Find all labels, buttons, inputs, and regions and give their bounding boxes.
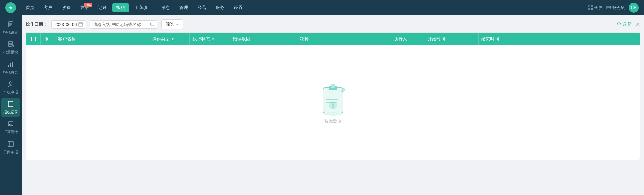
svg-point-38 [45, 38, 47, 40]
svg-rect-17 [8, 65, 9, 67]
th-operation-type[interactable]: 操作类型 ▼ [149, 33, 190, 45]
sidebar-item-settlement[interactable]: 汇算清缴 [1, 118, 20, 137]
search-box[interactable] [90, 20, 157, 29]
sidebar-item-annual-report[interactable]: 工商年报 [1, 138, 20, 157]
nav-home[interactable]: 首页 [22, 3, 38, 12]
annual-report-icon [7, 141, 14, 149]
svg-rect-3 [589, 8, 590, 10]
table-header: 客户名称 操作类型 ▼ 执行状态 ▼ 错误股因 税种 执行人 开始时间 结束时间 [26, 33, 640, 45]
close-button[interactable]: ✕ [636, 21, 640, 28]
settlement-label: 汇算清缴 [3, 129, 18, 134]
settings-icon [43, 37, 48, 41]
sidebar: 报税设置 批量报税 [0, 15, 22, 195]
empty-text: 暂无数据 [324, 118, 342, 124]
filter-label: 筛选 [166, 21, 174, 27]
annual-report-label: 工商年报 [3, 150, 18, 154]
member-icon [606, 5, 611, 10]
personal-tax-icon [7, 81, 14, 89]
svg-point-49 [324, 112, 342, 116]
svg-point-27 [9, 124, 10, 125]
th-end-time: 结束时间 [479, 33, 532, 45]
nav-billing[interactable]: 收费 [58, 3, 75, 12]
svg-point-48 [332, 107, 333, 108]
svg-rect-29 [8, 141, 13, 147]
sidebar-item-tax-records[interactable]: 报税记录 [1, 98, 20, 117]
member-button[interactable]: 畅会员 [606, 5, 625, 11]
top-navigation: 首页 客户 收费 票据 new 记账 报税 工商项目 消息 管理 经营 服务 设… [0, 0, 644, 15]
toolbar: 操作日期： 2023-06-06 筛选 [26, 20, 640, 29]
svg-rect-5 [607, 6, 611, 9]
filter-button[interactable]: 筛选 [161, 20, 183, 29]
tax-overview-icon [7, 61, 14, 69]
nav-tax[interactable]: 报税 [112, 3, 129, 12]
svg-rect-2 [591, 6, 593, 7]
th-executor: 执行人 [391, 33, 425, 45]
th-tax-type: 税种 [297, 33, 391, 45]
tax-records-label: 报税记录 [3, 110, 18, 114]
svg-point-28 [11, 124, 12, 125]
svg-rect-18 [10, 63, 11, 67]
th-start-time: 开始时间 [425, 33, 479, 45]
tax-overview-label: 报税总览 [3, 70, 18, 75]
top-nav-right: 全屏 畅会员 CE [588, 3, 639, 13]
nav-customer[interactable]: 客户 [40, 3, 56, 12]
nav-operation[interactable]: 经营 [194, 3, 210, 12]
nav-business[interactable]: 工商项目 [130, 3, 156, 12]
refresh-button[interactable]: 刷新 [617, 21, 632, 27]
tax-settings-label: 报税设置 [3, 30, 18, 35]
date-picker[interactable]: 2023-06-06 [51, 20, 86, 29]
tax-records-icon [7, 101, 14, 109]
nav-settings[interactable]: 设置 [230, 3, 247, 12]
svg-point-36 [150, 23, 153, 25]
sort-icon: ▼ [171, 37, 174, 41]
fullscreen-button[interactable]: 全屏 [588, 5, 602, 11]
nav-bookkeeping[interactable]: 记账 [94, 3, 111, 12]
main-layout: 报税设置 批量报税 [0, 15, 644, 195]
batch-tax-icon [7, 41, 14, 49]
header-checkbox[interactable] [31, 37, 36, 41]
empty-illustration [316, 81, 350, 118]
calendar-icon [78, 22, 83, 27]
sidebar-item-batch-tax[interactable]: 批量报税 [1, 38, 20, 57]
toolbar-right: 刷新 ✕ [617, 21, 640, 28]
avatar[interactable]: CE [629, 3, 639, 13]
search-input[interactable] [93, 22, 148, 27]
th-customer-name: 客户名称 [55, 33, 149, 45]
batch-tax-label: 批量报税 [3, 50, 18, 54]
th-error-reason: 错误股因 [230, 33, 297, 45]
refresh-label: 刷新 [623, 21, 632, 27]
th-execution-status[interactable]: 执行状态 ▼ [190, 33, 230, 45]
search-icon [150, 22, 154, 27]
refresh-icon [617, 22, 621, 27]
personal-tax-label: 个税申报 [3, 90, 18, 94]
svg-rect-1 [589, 6, 590, 7]
svg-rect-19 [12, 62, 13, 67]
sidebar-item-tax-settings[interactable]: 报税设置 [1, 18, 20, 37]
sidebar-item-personal-tax[interactable]: 个税申报 [1, 78, 20, 97]
new-badge: new [84, 3, 92, 7]
th-settings[interactable] [41, 33, 55, 45]
nav-invoice[interactable]: 票据 new [76, 3, 93, 12]
svg-line-37 [153, 25, 154, 26]
sidebar-item-tax-overview[interactable]: 报税总览 [1, 58, 20, 77]
empty-state: 暂无数据 [26, 45, 640, 160]
nav-service[interactable]: 服务 [212, 3, 228, 12]
svg-point-20 [9, 82, 12, 84]
nav-manage[interactable]: 管理 [175, 3, 192, 12]
svg-rect-42 [331, 84, 335, 88]
app-logo [5, 2, 16, 13]
fullscreen-icon [588, 5, 593, 10]
svg-point-39 [44, 37, 48, 41]
nav-message[interactable]: 消息 [157, 3, 174, 12]
sort-icon: ▼ [211, 37, 215, 41]
table-container: 客户名称 操作类型 ▼ 执行状态 ▼ 错误股因 税种 执行人 开始时间 结束时间 [26, 32, 640, 160]
tax-settings-icon [7, 21, 14, 29]
main-content: 操作日期： 2023-06-06 筛选 [22, 15, 644, 195]
chevron-down-icon [176, 23, 179, 26]
settlement-icon [7, 120, 14, 129]
date-label: 操作日期： [26, 21, 47, 27]
svg-rect-4 [591, 8, 593, 10]
th-checkbox[interactable] [26, 33, 41, 45]
svg-rect-32 [79, 23, 83, 26]
svg-rect-25 [8, 122, 13, 126]
